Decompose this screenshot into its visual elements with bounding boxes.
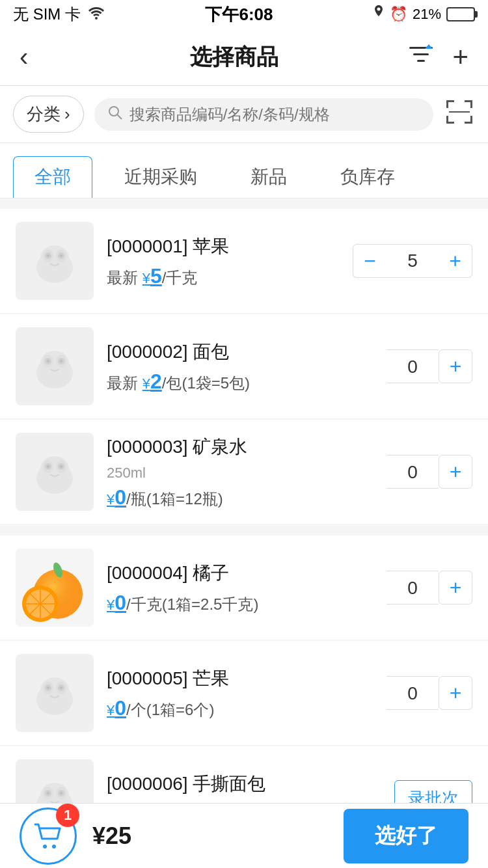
- quantity-control-water: 0 +: [386, 455, 472, 489]
- product-name: [0000001] 苹果: [107, 234, 340, 259]
- price-unit: /瓶(1箱=12瓶): [126, 490, 223, 508]
- section-divider: [0, 198, 488, 209]
- wifi-icon: [87, 5, 105, 23]
- tab-all[interactable]: 全部: [13, 156, 92, 198]
- nav-bar: ‹ 选择商品 +: [0, 29, 488, 86]
- quantity-decrement-button[interactable]: −: [353, 244, 386, 278]
- product-info-orange: [0000004] 橘子 ¥0/千克(1箱=2.5千克): [107, 561, 373, 615]
- svg-point-56: [60, 686, 62, 689]
- add-button[interactable]: +: [452, 42, 468, 73]
- filter-icon[interactable]: [409, 44, 433, 70]
- quantity-input[interactable]: [386, 244, 439, 278]
- price-unit: /千克: [162, 269, 198, 286]
- quantity-control-apple: − +: [353, 244, 472, 278]
- svg-point-64: [60, 792, 62, 794]
- quantity-increment-button[interactable]: +: [439, 349, 472, 383]
- search-bar: [94, 98, 433, 131]
- search-input[interactable]: [129, 105, 420, 124]
- price-currency: ¥: [107, 597, 115, 613]
- quantity-control-bread: 0 +: [386, 349, 472, 383]
- product-name: [0000002] 面包: [107, 340, 373, 364]
- svg-point-55: [47, 686, 49, 689]
- svg-rect-14: [449, 111, 470, 113]
- category-label: 分类: [27, 103, 61, 126]
- product-item: [0000003] 矿泉水 250ml ¥0/瓶(1箱=12瓶) 0 +: [0, 420, 488, 524]
- svg-rect-13: [470, 116, 472, 124]
- product-item: [0000004] 橘子 ¥0/千克(1箱=2.5千克) 0 +: [0, 536, 488, 640]
- svg-point-21: [47, 254, 49, 257]
- price-unit: /个(1箱=6个): [126, 701, 214, 718]
- svg-rect-11: [446, 122, 454, 124]
- location-icon: [373, 5, 385, 23]
- price-currency: ¥: [107, 702, 115, 718]
- confirm-button[interactable]: 选好了: [344, 809, 468, 863]
- tab-bar: 全部 近期采购 新品 负库存: [0, 143, 488, 198]
- svg-point-29: [47, 360, 49, 362]
- product-price: 最新 ¥2/包(1袋=5包): [107, 370, 373, 394]
- price-label: 最新: [107, 269, 142, 286]
- quantity-display: 0: [386, 571, 439, 604]
- cart-wrapper: 1: [20, 807, 77, 865]
- price-currency: ¥: [107, 491, 115, 508]
- section-divider: [0, 525, 488, 536]
- price-value: 5: [150, 264, 162, 288]
- category-button[interactable]: 分类 ›: [13, 96, 84, 133]
- tab-recent[interactable]: 近期采购: [103, 156, 219, 198]
- product-info-water: [0000003] 矿泉水 250ml ¥0/瓶(1箱=12瓶): [107, 435, 373, 509]
- bottom-bar: 1 ¥25 选好了: [0, 803, 488, 868]
- product-info-apple: [0000001] 苹果 最新 ¥5/千克: [107, 234, 340, 288]
- status-bar: 无 SIM 卡 下午6:08 ⏰ 21%: [0, 0, 488, 29]
- product-price: ¥0/瓶(1箱=12瓶): [107, 485, 373, 509]
- toolbar: 分类 ›: [0, 86, 488, 143]
- quantity-increment-button[interactable]: +: [439, 455, 472, 489]
- total-price: ¥25: [77, 822, 344, 850]
- product-list: [0000001] 苹果 最新 ¥5/千克 − +: [0, 209, 488, 868]
- price-value: 0: [115, 696, 126, 720]
- alarm-icon: ⏰: [390, 6, 407, 23]
- product-price: ¥0/个(1箱=6个): [107, 696, 373, 720]
- svg-point-4: [109, 107, 118, 116]
- quantity-increment-button[interactable]: +: [439, 244, 472, 278]
- status-left: 无 SIM 卡: [13, 4, 105, 25]
- product-info-mango: [0000005] 芒果 ¥0/个(1箱=6个): [107, 666, 373, 720]
- tab-negative[interactable]: 负库存: [319, 156, 416, 198]
- search-icon: [107, 105, 123, 124]
- quantity-display: 0: [386, 455, 439, 489]
- price-value: 0: [115, 485, 126, 509]
- back-button[interactable]: ‹: [20, 42, 59, 72]
- product-name: [0000005] 芒果: [107, 666, 373, 691]
- svg-rect-2: [417, 60, 425, 62]
- product-image-apple: [16, 222, 94, 300]
- product-image-mango: [16, 654, 94, 732]
- quantity-increment-button[interactable]: +: [439, 571, 472, 604]
- product-image-bread: [16, 327, 94, 405]
- product-item: [0000002] 面包 最新 ¥2/包(1袋=5包) 0 +: [0, 314, 488, 418]
- product-name: [0000003] 矿泉水: [107, 435, 373, 459]
- scan-icon[interactable]: [444, 98, 475, 131]
- product-spec: 250ml: [107, 465, 373, 481]
- product-price: ¥0/千克(1箱=2.5千克): [107, 591, 373, 615]
- cart-badge: 1: [56, 804, 79, 827]
- svg-point-38: [60, 465, 62, 468]
- status-right: ⏰ 21%: [373, 5, 475, 23]
- battery-icon: [446, 7, 475, 21]
- battery-percent: 21%: [413, 6, 441, 23]
- svg-line-5: [117, 115, 122, 119]
- svg-point-22: [60, 254, 62, 257]
- quantity-control-orange: 0 +: [386, 571, 472, 604]
- svg-point-74: [52, 845, 56, 848]
- svg-point-63: [47, 792, 49, 794]
- tab-new[interactable]: 新品: [229, 156, 308, 198]
- price-unit: /包(1袋=5包): [162, 374, 250, 392]
- carrier-text: 无 SIM 卡: [13, 4, 81, 25]
- product-price: 最新 ¥5/千克: [107, 264, 340, 288]
- price-currency: ¥: [142, 270, 150, 286]
- status-time: 下午6:08: [205, 3, 273, 26]
- quantity-increment-button[interactable]: +: [439, 676, 472, 710]
- product-info-bread: [0000002] 面包 最新 ¥2/包(1袋=5包): [107, 340, 373, 394]
- svg-point-30: [60, 360, 62, 362]
- svg-point-73: [43, 845, 47, 848]
- svg-rect-7: [446, 100, 448, 108]
- product-name: [0000004] 橘子: [107, 561, 373, 586]
- price-unit: /千克(1箱=2.5千克): [126, 595, 258, 613]
